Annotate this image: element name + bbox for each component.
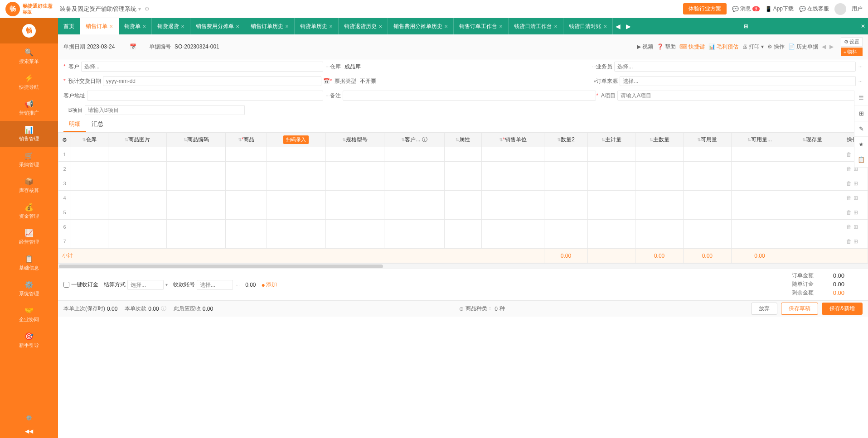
next-doc-icon[interactable]: ▶ — [829, 43, 834, 50]
row-copy-5[interactable]: ⊞ — [853, 209, 858, 216]
tab-sales-refund-history[interactable]: 销货单历史 ✕ — [295, 18, 339, 34]
doc-date-input[interactable] — [87, 43, 128, 50]
right-btn-2[interactable]: ⊞ — [854, 106, 868, 121]
tab-cash-reconcile[interactable]: 钱货日清对账 ✕ — [563, 18, 613, 34]
tab-close-all-btn[interactable]: ✕ — [858, 18, 868, 34]
tab-close-sales-order[interactable]: ✕ — [109, 24, 113, 29]
prev-doc-icon[interactable]: ◀ — [822, 43, 826, 50]
sidebar-item-base-info[interactable]: 📋 基础信息 — [0, 250, 58, 276]
payment-method-input[interactable] — [127, 280, 164, 290]
sidebar-item-quick-nav[interactable]: ⚡ 快捷导航 — [0, 69, 58, 95]
row-delete-4[interactable]: 🗑 — [846, 195, 852, 201]
tab-home[interactable]: 首页 — [58, 18, 80, 34]
tab-close-sales-order-history[interactable]: ✕ — [285, 24, 289, 29]
user-avatar[interactable] — [834, 3, 846, 15]
right-btn-4[interactable]: ★ — [854, 137, 868, 152]
sidebar-item-system[interactable]: ⚙️ 系统管理 — [0, 276, 58, 302]
add-payment-btn[interactable]: ● 添加 — [262, 281, 277, 289]
note-input[interactable] — [343, 91, 596, 101]
row-copy-7[interactable]: ⊞ — [853, 238, 858, 245]
sidebar-item-marketing[interactable]: 📢 营销推广 — [0, 95, 58, 121]
row-delete-2[interactable]: 🗑 — [846, 166, 852, 172]
settings-quick-btn[interactable]: ⚙ 设置 — [841, 37, 863, 47]
tab-sales-refund[interactable]: 销货单 ✕ — [119, 18, 152, 34]
help-btn[interactable]: ❓ 帮助 — [657, 43, 676, 51]
agent-more-icon[interactable]: ··· — [858, 64, 863, 69]
tab-sales-expense-split[interactable]: 销售费用分摊单 ✕ — [190, 18, 245, 34]
discard-btn[interactable]: 放弃 — [751, 303, 777, 315]
bank-account-input[interactable] — [197, 280, 233, 290]
tab-sales-order-history[interactable]: 销售订单历史 ✕ — [245, 18, 295, 34]
profit-btn[interactable]: 📊 毛利预估 — [708, 43, 738, 51]
tab-sales-order-workbench[interactable]: 销售订单工作台 ✕ — [454, 18, 509, 34]
bank-account-more-icon[interactable]: ··· — [236, 282, 240, 288]
agent-input[interactable] — [614, 62, 856, 72]
right-btn-5[interactable]: 📋 — [854, 152, 868, 168]
tab-prev-btn[interactable]: ◀ — [613, 18, 623, 34]
shortcut-btn[interactable]: ⌨ 快捷键 — [679, 43, 705, 51]
tab-next-btn[interactable]: ▶ — [623, 18, 634, 34]
product-count-icon[interactable]: ⊙ — [459, 306, 464, 312]
tab-cash-daily[interactable]: 钱货日清工作台 ✕ — [509, 18, 563, 34]
add-material-btn[interactable]: + 物料 — [841, 48, 863, 56]
row-delete-3[interactable]: 🗑 — [846, 180, 852, 187]
tab-close-sales-expense-history[interactable]: ✕ — [444, 24, 448, 29]
sidebar-item-guide[interactable]: 🎯 新手引导 — [0, 327, 58, 353]
payment-method-arrow[interactable]: ▾ — [165, 282, 168, 287]
app-download-btn[interactable]: 📱 App下载 — [765, 5, 794, 13]
col-settings[interactable]: ⚙ — [58, 133, 71, 147]
tab-close-cash-daily[interactable]: ✕ — [554, 24, 558, 29]
order-source-more-icon[interactable]: ··· — [858, 78, 863, 84]
tab-sales-expense-history[interactable]: 销售费用分摊单历史 ✕ — [388, 18, 454, 34]
row-copy-6[interactable]: ⊞ — [853, 224, 858, 230]
tab-close-sales-order-workbench[interactable]: ✕ — [499, 24, 503, 29]
sidebar-item-search[interactable]: 🔍 搜索菜单 — [0, 43, 58, 69]
customer-addr-input[interactable] — [87, 91, 323, 101]
project-b-input[interactable] — [85, 105, 245, 115]
sidebar-settings-btn[interactable]: ⚙️ — [0, 411, 58, 424]
quick-pay-checkbox-input[interactable] — [63, 282, 69, 288]
online-service-btn[interactable]: 💬 在线客服 — [799, 5, 829, 13]
tab-sales-return-history[interactable]: 销货退货历史 ✕ — [339, 18, 388, 34]
right-btn-3[interactable]: ✎ — [854, 121, 868, 137]
table-tab-summary[interactable]: 汇总 — [86, 117, 109, 132]
row-delete-1[interactable]: 🗑 — [846, 151, 852, 158]
tab-close-sales-return-history[interactable]: ✕ — [378, 24, 382, 29]
right-btn-1[interactable]: ☰ — [854, 91, 868, 106]
sidebar-item-finance[interactable]: 💰 资金管理 — [0, 198, 58, 224]
save-new-btn[interactable]: 保存&新增 — [822, 303, 863, 315]
industry-btn[interactable]: 体验行业方案 — [683, 3, 727, 14]
system-settings-icon[interactable]: ⚙ — [145, 6, 150, 12]
tab-sales-order[interactable]: 销售订单 ✕ — [80, 18, 119, 34]
tab-close-sales-expense-split[interactable]: ✕ — [236, 24, 239, 29]
sidebar-item-inventory[interactable]: 📦 库存核算 — [0, 173, 58, 198]
sidebar-item-enterprise[interactable]: 🤝 企业协同 — [0, 302, 58, 327]
project-a-input[interactable] — [617, 91, 863, 101]
delivery-calendar-icon[interactable]: 📅 — [323, 78, 330, 84]
notification-btn[interactable]: 💬 消息 9 — [732, 5, 760, 13]
tab-close-sales-return[interactable]: ✕ — [181, 24, 184, 29]
sidebar-collapse-btn[interactable]: ◀◀ — [0, 424, 58, 438]
tab-close-sales-refund-history[interactable]: ✕ — [329, 24, 333, 29]
delivery-date-input[interactable] — [103, 76, 321, 86]
calendar-icon[interactable]: 📅 — [130, 43, 136, 50]
order-source-input[interactable] — [620, 76, 856, 86]
history-doc-btn[interactable]: 📄 历史单据 — [788, 43, 818, 51]
sidebar-item-purchase[interactable]: 🛒 采购管理 — [0, 147, 58, 173]
row-delete-6[interactable]: 🗑 — [846, 224, 852, 230]
operations-btn[interactable]: ⚙ 操作 — [767, 43, 785, 51]
sidebar-item-sales[interactable]: 📊 销售管理 — [0, 121, 58, 147]
system-dropdown-icon[interactable]: ▾ — [138, 6, 141, 12]
tab-expand-btn[interactable]: ⊞ — [741, 18, 751, 34]
tab-close-cash-reconcile[interactable]: ✕ — [603, 24, 607, 29]
scan-btn[interactable]: 扫码录入 — [283, 135, 309, 144]
row-copy-4[interactable]: ⊞ — [853, 195, 858, 201]
tab-sales-return[interactable]: 销货退货 ✕ — [152, 18, 190, 34]
table-scrollbar-thumb[interactable] — [59, 265, 383, 268]
warehouse-more-icon[interactable]: ··· — [592, 64, 596, 69]
save-draft-btn[interactable]: 保存草稿 — [781, 303, 818, 315]
sidebar-item-operations[interactable]: 📈 经营管理 — [0, 224, 58, 250]
customer-more-icon[interactable]: ··· — [326, 64, 330, 69]
table-scrollbar[interactable] — [58, 263, 868, 269]
table-tab-detail[interactable]: 明细 — [63, 117, 86, 132]
